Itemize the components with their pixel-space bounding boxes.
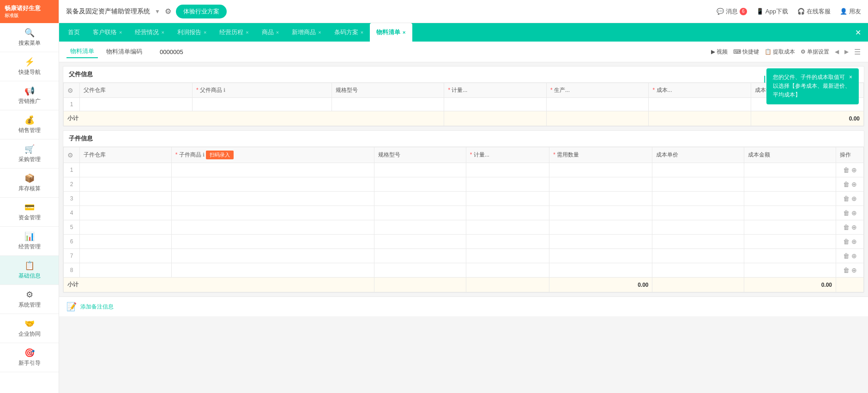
child-unitcost-3[interactable]	[652, 192, 744, 206]
sidebar-item-finance[interactable]: 💳 资金管理	[0, 198, 59, 227]
tab-bom[interactable]: 物料清单 ×	[370, 23, 412, 42]
child-warehouse-2[interactable]	[80, 177, 172, 192]
copy-row-icon-6[interactable]: ⊕	[851, 238, 857, 245]
child-spec-4[interactable]	[374, 206, 466, 220]
close-tab-bom-icon[interactable]: ×	[403, 30, 405, 35]
child-warehouse-6[interactable]	[80, 235, 172, 249]
child-unitcost-5[interactable]	[652, 220, 744, 235]
delete-row-icon-6[interactable]: 🗑	[843, 238, 850, 245]
copy-row-icon-8[interactable]: ⊕	[851, 266, 857, 274]
child-unitcost-6[interactable]	[652, 235, 744, 249]
child-amount-5[interactable]	[744, 220, 836, 235]
tab-operation[interactable]: 经营情况 ×	[128, 23, 170, 42]
tab-home[interactable]: 首页	[61, 23, 86, 42]
sidebar-item-basics[interactable]: 📋 基础信息	[0, 256, 59, 285]
tab-customer[interactable]: 客户联络 ×	[86, 23, 128, 42]
child-amount-7[interactable]	[744, 249, 836, 263]
nav-next-icon[interactable]: ▶	[844, 48, 849, 55]
close-tab-goods-icon[interactable]: ×	[276, 30, 279, 35]
shortcut-action[interactable]: ⌨ 快捷键	[733, 48, 759, 56]
parent-product-cell[interactable]	[192, 98, 332, 111]
child-qty-7[interactable]	[549, 249, 652, 263]
child-unit-1[interactable]	[466, 163, 549, 177]
tab-history[interactable]: 经营历程 ×	[213, 23, 255, 42]
copy-row-icon-3[interactable]: ⊕	[851, 195, 857, 202]
copy-row-icon-2[interactable]: ⊕	[851, 181, 857, 188]
child-unit-4[interactable]	[466, 206, 549, 220]
child-amount-2[interactable]	[744, 177, 836, 192]
child-unit-8[interactable]	[466, 263, 549, 278]
close-tab-barcode-icon[interactable]: ×	[361, 30, 363, 35]
tab-new-goods[interactable]: 新增商品 ×	[285, 23, 327, 42]
extract-cost-action[interactable]: 📋 提取成本	[765, 48, 795, 56]
child-product-4[interactable]	[171, 206, 374, 220]
close-all-tabs-icon[interactable]: ✕	[850, 28, 866, 37]
child-warehouse-8[interactable]	[80, 263, 172, 278]
sidebar-item-sales[interactable]: 💰 销售管理	[0, 110, 59, 139]
close-tab-customer-icon[interactable]: ×	[119, 30, 122, 35]
close-tab-operation-icon[interactable]: ×	[161, 30, 164, 35]
close-tab-profit-icon[interactable]: ×	[204, 30, 206, 35]
sidebar-item-system[interactable]: ⚙ 系统管理	[0, 285, 59, 314]
child-qty-4[interactable]	[549, 206, 652, 220]
app-download-item[interactable]: 📱 App下载	[756, 7, 788, 16]
child-product-7[interactable]	[171, 249, 374, 263]
child-qty-2[interactable]	[549, 177, 652, 192]
sidebar-item-marketing[interactable]: 📢 营销推广	[0, 81, 59, 110]
child-warehouse-7[interactable]	[80, 249, 172, 263]
delete-row-icon-3[interactable]: 🗑	[843, 195, 850, 202]
child-warehouse-3[interactable]	[80, 192, 172, 206]
tab-barcode[interactable]: 条码方案 ×	[328, 23, 370, 42]
copy-row-icon-4[interactable]: ⊕	[851, 209, 857, 217]
child-spec-6[interactable]	[374, 235, 466, 249]
sidebar-item-collab[interactable]: 🤝 企业协同	[0, 314, 59, 343]
dropdown-arrow-icon[interactable]: ▼	[155, 8, 160, 15]
delete-row-icon-7[interactable]: 🗑	[843, 252, 850, 260]
parent-production-cell[interactable]	[546, 98, 649, 111]
delete-row-icon-1[interactable]: 🗑	[843, 166, 850, 174]
child-amount-3[interactable]	[744, 192, 836, 206]
online-service-item[interactable]: 🎧 在线客服	[797, 7, 831, 16]
copy-row-icon-5[interactable]: ⊕	[851, 224, 857, 231]
sidebar-item-quicknav[interactable]: ⚡ 快捷导航	[0, 52, 59, 81]
child-product-3[interactable]	[171, 192, 374, 206]
child-spec-1[interactable]	[374, 163, 466, 177]
child-qty-8[interactable]	[549, 263, 652, 278]
parent-warehouse-cell[interactable]	[80, 98, 193, 111]
child-product-8[interactable]	[171, 263, 374, 278]
parent-spec-cell[interactable]	[332, 98, 444, 111]
child-product-1[interactable]	[171, 163, 374, 177]
user-item[interactable]: 👤 用友	[840, 7, 861, 16]
trial-button[interactable]: 体验行业方案	[176, 5, 227, 18]
add-row-icon[interactable]: 📝	[66, 302, 77, 312]
parent-unit-cell[interactable]	[444, 98, 547, 111]
delete-row-icon-2[interactable]: 🗑	[843, 181, 850, 188]
child-qty-6[interactable]	[549, 235, 652, 249]
copy-row-icon-1[interactable]: ⊕	[851, 166, 857, 174]
child-spec-2[interactable]	[374, 177, 466, 192]
child-unitcost-4[interactable]	[652, 206, 744, 220]
sidebar-item-guide[interactable]: 🎯 新手引导	[0, 343, 59, 372]
child-unit-7[interactable]	[466, 249, 549, 263]
delete-row-icon-4[interactable]: 🗑	[843, 209, 850, 217]
child-spec-3[interactable]	[374, 192, 466, 206]
child-unit-2[interactable]	[466, 177, 549, 192]
child-unit-3[interactable]	[466, 192, 549, 206]
video-action[interactable]: ▶ 视频	[711, 48, 728, 56]
child-spec-7[interactable]	[374, 249, 466, 263]
child-unit-5[interactable]	[466, 220, 549, 235]
child-unitcost-2[interactable]	[652, 177, 744, 192]
sidebar-item-management[interactable]: 📊 经营管理	[0, 227, 59, 256]
sub-tab-bom-code[interactable]: 物料清单编码	[102, 46, 146, 58]
view-toggle-icon[interactable]: ☰	[854, 48, 861, 56]
copy-row-icon-7[interactable]: ⊕	[851, 252, 857, 260]
child-product-2[interactable]	[171, 177, 374, 192]
child-qty-1[interactable]	[549, 163, 652, 177]
child-amount-8[interactable]	[744, 263, 836, 278]
child-warehouse-5[interactable]	[80, 220, 172, 235]
delete-row-icon-8[interactable]: 🗑	[843, 266, 850, 274]
sidebar-item-inventory[interactable]: 📦 库存核算	[0, 169, 59, 198]
child-amount-6[interactable]	[744, 235, 836, 249]
child-warehouse-1[interactable]	[80, 163, 172, 177]
delete-row-icon-5[interactable]: 🗑	[843, 224, 850, 231]
